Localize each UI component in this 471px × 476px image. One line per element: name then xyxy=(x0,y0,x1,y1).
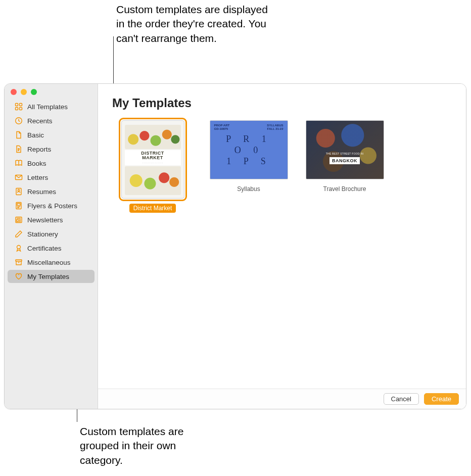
footer: Cancel Create xyxy=(98,389,466,409)
template-card-district-market[interactable]: DISTRICT MARKET · · · · · · · · · · · · … xyxy=(112,120,193,213)
sidebar-item-label: Stationery xyxy=(27,230,58,238)
person-icon xyxy=(15,187,23,196)
pencil-icon xyxy=(15,230,23,238)
sidebar: All Templates Recents Basic Reports Book… xyxy=(5,84,98,409)
template-grid: DISTRICT MARKET · · · · · · · · · · · · … xyxy=(112,120,456,213)
svg-rect-0 xyxy=(16,104,18,106)
template-card-syllabus[interactable]: PROP ARTGD-10875 SYLLABUSFALL 21-22 P R … xyxy=(208,120,289,194)
thumb-text: SYLLABUS xyxy=(267,124,283,127)
sidebar-item-stationery[interactable]: Stationery xyxy=(8,227,95,241)
sidebar-item-all-templates[interactable]: All Templates xyxy=(8,100,95,113)
sidebar-item-letters[interactable]: Letters xyxy=(8,171,95,184)
create-button[interactable]: Create xyxy=(424,393,459,405)
thumb-text: FALL 21-22 xyxy=(267,127,284,130)
template-label: District Market xyxy=(129,204,176,213)
zoom-window-button[interactable] xyxy=(31,89,37,95)
sidebar-item-label: Recents xyxy=(27,117,53,125)
sidebar-item-label: Resumes xyxy=(27,188,56,196)
news-icon xyxy=(15,216,23,224)
sidebar-item-label: Books xyxy=(27,160,46,167)
window-controls xyxy=(5,88,98,100)
sidebar-item-resumes[interactable]: Resumes xyxy=(8,185,95,198)
doc-text-icon xyxy=(15,145,23,153)
main-panel: My Templates DISTRICT MARKET · · · · · ·… xyxy=(98,84,466,409)
archive-icon xyxy=(15,258,23,266)
sidebar-item-label: Reports xyxy=(27,146,51,153)
close-window-button[interactable] xyxy=(11,89,17,95)
svg-rect-3 xyxy=(20,108,22,110)
sidebar-item-label: Flyers & Posters xyxy=(27,202,77,210)
template-chooser-window: All Templates Recents Basic Reports Book… xyxy=(4,83,466,409)
callout-bottom: Custom templates are grouped in their ow… xyxy=(80,424,211,467)
thumb-text: O 0 xyxy=(210,145,288,156)
template-card-travel-brochure[interactable]: THE BEST STREET FOOD IN BANGKOK Travel B… xyxy=(304,120,385,194)
heart-icon xyxy=(15,272,23,280)
callout-top: Custom templates are displayed in the or… xyxy=(116,3,268,45)
sidebar-item-label: All Templates xyxy=(27,103,68,111)
thumb-text: THE BEST STREET FOOD IN xyxy=(306,152,384,155)
sidebar-item-basic[interactable]: Basic xyxy=(8,128,95,141)
template-thumbnail: DISTRICT MARKET · · · · · · · · · · · · … xyxy=(121,120,184,199)
svg-rect-12 xyxy=(16,260,22,261)
sidebar-item-my-templates[interactable]: My Templates xyxy=(8,270,95,283)
grid-icon xyxy=(15,103,23,111)
svg-point-11 xyxy=(17,246,21,249)
template-label: Syllabus xyxy=(233,184,264,194)
sidebar-item-miscellaneous[interactable]: Miscellaneous xyxy=(8,256,95,269)
clock-icon xyxy=(15,117,23,125)
sidebar-item-label: My Templates xyxy=(27,273,69,280)
sidebar-list: All Templates Recents Basic Reports Book… xyxy=(5,100,98,284)
book-icon xyxy=(15,159,23,167)
svg-rect-2 xyxy=(16,108,18,110)
template-thumbnail: PROP ARTGD-10875 SYLLABUSFALL 21-22 P R … xyxy=(210,120,288,179)
thumb-title: MARKET xyxy=(142,156,163,160)
sidebar-item-label: Basic xyxy=(27,131,44,139)
thumb-text: PROP ART xyxy=(214,124,230,127)
svg-rect-9 xyxy=(17,204,20,206)
sidebar-item-label: Letters xyxy=(27,174,48,181)
svg-point-7 xyxy=(18,189,19,191)
thumb-text: BANGKOK xyxy=(329,157,360,164)
page-title: My Templates xyxy=(112,96,456,110)
envelope-icon xyxy=(15,173,23,181)
minimize-window-button[interactable] xyxy=(21,89,27,95)
thumb-text: P R 1 xyxy=(210,134,288,145)
thumb-text: 1 P S xyxy=(210,156,288,167)
ribbon-icon xyxy=(15,244,23,252)
svg-rect-1 xyxy=(20,104,22,106)
sidebar-item-reports[interactable]: Reports xyxy=(8,142,95,156)
sidebar-item-newsletters[interactable]: Newsletters xyxy=(8,213,95,226)
sidebar-item-recents[interactable]: Recents xyxy=(8,114,95,127)
poster-icon xyxy=(15,202,23,210)
sidebar-item-flyers-posters[interactable]: Flyers & Posters xyxy=(8,199,95,212)
cancel-button[interactable]: Cancel xyxy=(384,393,419,405)
template-label: Travel Brochure xyxy=(319,184,370,194)
sidebar-item-label: Miscellaneous xyxy=(27,259,71,266)
thumb-text: GD-10875 xyxy=(214,127,228,130)
sidebar-item-label: Newsletters xyxy=(27,216,63,224)
doc-icon xyxy=(15,131,23,139)
sidebar-item-books[interactable]: Books xyxy=(8,157,95,170)
sidebar-item-label: Certificates xyxy=(27,245,62,252)
sidebar-item-certificates[interactable]: Certificates xyxy=(8,242,95,255)
template-thumbnail: THE BEST STREET FOOD IN BANGKOK xyxy=(306,120,384,179)
